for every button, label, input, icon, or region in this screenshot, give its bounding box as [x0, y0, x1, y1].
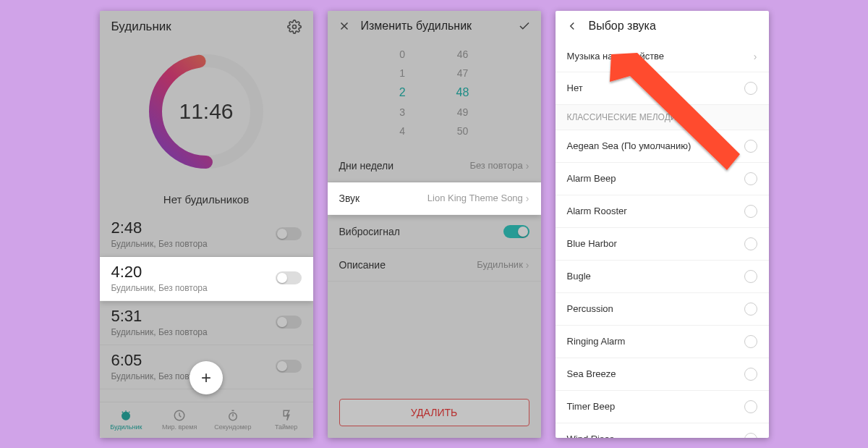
sound-row[interactable]: Звук Lion King Theme Song› [328, 182, 541, 215]
picker-minute[interactable]: 50 [457, 125, 469, 137]
melody-row[interactable]: Alarm Beep [556, 163, 769, 195]
screen-alarm-list: Будильник 11:46 Нет будильников 2:48 [100, 11, 313, 438]
header: Выбор звука [556, 11, 769, 41]
none-label: Нет [567, 83, 583, 93]
back-icon[interactable] [566, 20, 579, 33]
melody-label: Aegean Sea (По умолчанию) [567, 140, 692, 151]
add-alarm-button[interactable]: + [190, 361, 223, 394]
melody-label: Timer Beep [567, 401, 616, 412]
picker-hour[interactable]: 4 [399, 125, 405, 137]
radio-icon[interactable] [744, 335, 757, 348]
picker-minute[interactable]: 49 [457, 106, 469, 118]
bottom-tabs: БудильникМир. времяСекундомерТаймер [100, 402, 313, 438]
chevron-right-icon: › [754, 51, 757, 62]
alarm-toggle[interactable] [276, 360, 302, 373]
no-alarms-label: Нет будильников [100, 180, 313, 213]
alarm-sub: Будильник, Без повтора [111, 327, 208, 337]
picker-minute[interactable]: 48 [456, 86, 469, 99]
picker-hour[interactable]: 1 [399, 67, 405, 79]
melody-row[interactable]: Blue Harbor [556, 228, 769, 261]
svg-point-3 [122, 412, 130, 420]
tab-label: Таймер [275, 423, 297, 431]
header: Изменить будильник [328, 11, 541, 41]
picker-hour[interactable]: 3 [399, 106, 405, 118]
melody-label: Bugle [567, 271, 591, 282]
picker-hour[interactable]: 2 [399, 86, 406, 99]
screen-edit-alarm: Изменить будильник 01234 4647484950 Дни … [328, 11, 541, 438]
melody-label: Sea Breeze [567, 368, 616, 379]
screen-sound-picker: Выбор звука Музыка на устройстве › Нет К… [556, 11, 769, 438]
vibro-row[interactable]: Вибросигнал [328, 215, 541, 249]
section-classic: КЛАССИЧЕСКИЕ МЕЛОДИИ [556, 105, 769, 130]
melody-label: Alarm Rooster [567, 206, 627, 216]
tab-world-clock[interactable]: Мир. время [153, 402, 206, 438]
melody-label: Alarm Beep [567, 173, 616, 184]
melody-row[interactable]: Wind Rises [556, 423, 769, 438]
tab-alarm[interactable]: Будильник [100, 402, 153, 438]
radio-icon[interactable] [744, 237, 757, 250]
header: Будильник [100, 11, 313, 43]
melody-row[interactable]: Timer Beep [556, 391, 769, 423]
delete-button[interactable]: УДАЛИТЬ [339, 399, 529, 426]
alarm-toggle[interactable] [276, 316, 302, 329]
radio-icon[interactable] [744, 303, 757, 316]
sound-label: Звук [339, 193, 360, 204]
melody-row[interactable]: Ringing Alarm [556, 326, 769, 358]
days-label: Дни недели [339, 160, 394, 172]
alarm-item[interactable]: 2:48 Будильник, Без повтора [100, 213, 313, 257]
days-value: Без повтора [469, 160, 522, 171]
sound-value: Lion King Theme Song [427, 193, 523, 203]
melody-row[interactable]: Sea Breeze [556, 358, 769, 391]
tab-timer[interactable]: Таймер [260, 402, 313, 438]
section-label: КЛАССИЧЕСКИЕ МЕЛОДИИ [567, 112, 684, 122]
melody-label: Blue Harbor [567, 238, 617, 249]
alarm-time: 4:20 [111, 263, 208, 282]
radio-icon[interactable] [744, 368, 757, 381]
desc-label: Описание [339, 259, 386, 271]
radio-icon[interactable] [744, 205, 757, 218]
none-row[interactable]: Нет [556, 72, 769, 105]
svg-point-0 [292, 25, 296, 28]
tab-label: Мир. время [162, 423, 197, 431]
radio-icon[interactable] [744, 82, 757, 95]
header-title: Выбор звука [589, 20, 656, 33]
music-on-device-label: Музыка на устройстве [567, 51, 665, 62]
radio-icon[interactable] [744, 140, 757, 153]
chevron-right-icon: › [526, 160, 529, 172]
music-on-device-row[interactable]: Музыка на устройстве › [556, 41, 769, 72]
desc-value: Будильник [477, 259, 523, 270]
header-title: Изменить будильник [351, 20, 518, 33]
radio-icon[interactable] [744, 433, 757, 438]
confirm-icon[interactable] [518, 20, 531, 33]
description-row[interactable]: Описание Будильник› [328, 249, 541, 282]
days-row[interactable]: Дни недели Без повтора› [328, 150, 541, 182]
alarm-item[interactable]: 5:31 Будильник, Без повтора [100, 301, 313, 345]
time-picker[interactable]: 01234 4647484950 [328, 41, 541, 150]
radio-icon[interactable] [744, 172, 757, 185]
melody-row[interactable]: Bugle [556, 261, 769, 293]
melody-label: Ringing Alarm [567, 336, 626, 347]
vibro-toggle[interactable] [503, 225, 529, 238]
alarm-toggle[interactable] [276, 227, 302, 240]
picker-minute[interactable]: 46 [457, 48, 469, 60]
radio-icon[interactable] [744, 270, 757, 283]
chevron-right-icon: › [526, 259, 529, 271]
melody-row[interactable]: Percussion [556, 293, 769, 326]
melody-label: Wind Rises [567, 434, 615, 438]
picker-hour[interactable]: 0 [399, 48, 405, 60]
gear-icon[interactable] [287, 20, 302, 34]
alarm-sub: Будильник, Без повтора [111, 239, 208, 249]
close-icon[interactable] [338, 20, 351, 33]
alarm-item[interactable]: 4:20 Будильник, Без повтора [100, 257, 313, 301]
tab-stopwatch[interactable]: Секундомер [206, 402, 260, 438]
alarm-toggle[interactable] [276, 271, 302, 284]
radio-icon[interactable] [744, 400, 757, 413]
melody-row[interactable]: Alarm Rooster [556, 195, 769, 228]
tab-label: Секундомер [214, 423, 251, 431]
picker-minute[interactable]: 47 [457, 67, 469, 79]
chevron-right-icon: › [526, 193, 529, 204]
melody-row[interactable]: Aegean Sea (По умолчанию) [556, 130, 769, 163]
melody-label: Percussion [567, 303, 613, 314]
clock-ring: 11:46 [100, 43, 313, 180]
tab-label: Будильник [110, 423, 142, 431]
